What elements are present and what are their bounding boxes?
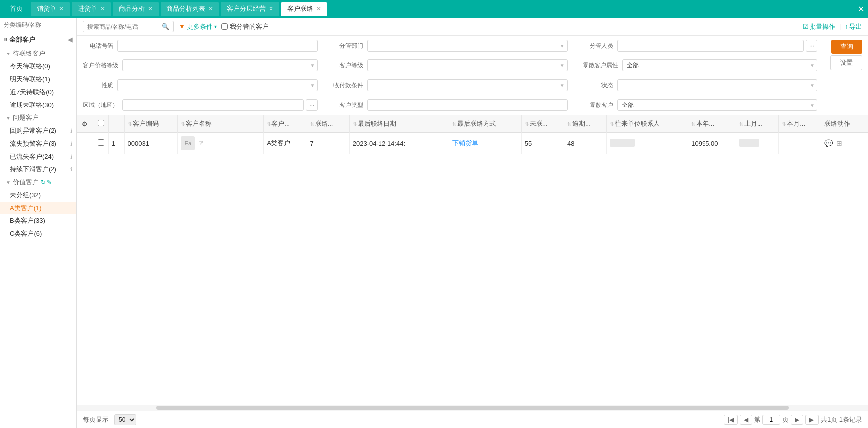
cell-last-method[interactable]: 下销货单 — [449, 133, 521, 154]
col-unit-contact[interactable]: ⇅ 往来单位联系人 — [607, 115, 688, 133]
collapse-icon[interactable]: ◀ — [68, 36, 72, 43]
sidebar-item-c-class[interactable]: C类客户(6) — [0, 227, 76, 240]
person-input[interactable] — [617, 40, 804, 52]
retail-attr-select[interactable]: 全部 — [622, 59, 817, 71]
all-customers-header[interactable]: ⠿ 全部客户 ◀ — [0, 32, 76, 47]
prev-page-btn[interactable]: ◀ — [740, 415, 752, 425]
value-customers-group[interactable]: ▼ 价值客户 ↻ ✎ — [0, 176, 76, 189]
per-page-select[interactable]: 50 — [114, 414, 136, 425]
query-button[interactable]: 查询 — [831, 40, 862, 54]
first-page-btn[interactable]: |◀ — [724, 415, 738, 425]
close-analysis-tab[interactable]: ✕ — [148, 5, 153, 12]
nav-tab-analysis[interactable]: 商品分析 ✕ — [113, 2, 159, 16]
last-page-btn[interactable]: ▶| — [805, 415, 819, 425]
nav-tab-home[interactable]: 首页 — [4, 2, 29, 16]
sort-icon-4: ⇅ — [310, 121, 314, 127]
nav-tab-sales[interactable]: 销货单 ✕ — [31, 2, 70, 16]
sidebar-search-input[interactable] — [4, 21, 77, 28]
sidebar-item-a-class[interactable]: A类客户(1) — [0, 202, 76, 214]
person-dots-btn[interactable]: ··· — [806, 40, 817, 52]
chat-icon[interactable]: 💬 — [824, 139, 833, 147]
filter-row-4: 区域（地区） ··· 客户类型 零散客户 — [83, 99, 817, 111]
settings-button[interactable]: 设置 — [830, 55, 862, 70]
close-analysis-list-tab[interactable]: ✕ — [208, 5, 213, 12]
close-purchase-tab[interactable]: ✕ — [100, 5, 105, 12]
region-dots-btn[interactable]: ··· — [306, 99, 318, 111]
my-customers-checkbox[interactable]: 我分管的客户 — [221, 22, 269, 31]
col-last-month[interactable]: ⇅ 上月... — [736, 115, 779, 133]
sidebar-item-abnormal-repurchase[interactable]: 回购异常客户(2) ℹ — [0, 124, 76, 137]
horizontal-scrollbar[interactable] — [77, 405, 868, 411]
payment-wrap: ▼ — [367, 79, 567, 91]
filter-search-icon[interactable]: 🔍 — [162, 23, 169, 30]
batch-ops-btn[interactable]: ☑ 批量操作 — [803, 22, 835, 31]
advanced-filter: 电话号码 分管部门 ▼ 分管人员 — [77, 36, 868, 115]
sidebar-item-ungroup[interactable]: 未分组(32) — [0, 189, 76, 202]
table-wrap[interactable]: ⚙ ⇅ 客户编码 — [77, 115, 868, 405]
page-input[interactable] — [762, 415, 780, 425]
cell-action: 💬 ⊞ — [821, 133, 868, 154]
retail-cust-select[interactable]: 全部 — [617, 99, 817, 111]
qr-icon[interactable]: ⊞ — [836, 139, 842, 147]
close-customer-seg-tab[interactable]: ✕ — [269, 5, 273, 12]
col-overdue[interactable]: ⇅ 逾期... — [564, 115, 606, 133]
sidebar: 🔍 ⠿ 全部客户 ◀ ▼ 待联络客户 今天待联络(0) 明天待联络(1) 近7天… — [0, 18, 77, 428]
col-contact-count[interactable]: ⇅ 联络... — [307, 115, 349, 133]
pending-contact-group[interactable]: ▼ 待联络客户 — [0, 47, 76, 60]
more-filter-btn[interactable]: ▼ 更多条件 ▾ — [179, 22, 217, 31]
filter-search-input[interactable] — [87, 23, 162, 30]
sidebar-item-tomorrow-contact[interactable]: 明天待联络(1) — [0, 73, 76, 86]
col-this-year[interactable]: ⇅ 本年... — [688, 115, 736, 133]
phone-input[interactable] — [117, 40, 318, 52]
status-select[interactable] — [617, 79, 817, 91]
filter-cell-dept: 分管部门 ▼ — [332, 40, 567, 52]
settings-icon[interactable]: ⚙ — [82, 120, 88, 128]
top-nav-close-icon[interactable]: ✕ — [858, 4, 864, 14]
cust-level-select[interactable] — [367, 59, 567, 71]
nav-tab-purchase[interactable]: 进货单 ✕ — [72, 2, 111, 16]
nav-tab-customer-contact[interactable]: 客户联络 ✕ — [281, 2, 327, 16]
edit-value-icon[interactable]: ✎ — [47, 179, 52, 186]
sidebar-item-declining[interactable]: 持续下滑客户(2) ℹ — [0, 163, 76, 176]
sidebar-item-overdue-contact[interactable]: 逾期未联络(30) — [0, 99, 76, 111]
sidebar-item-lost[interactable]: 已流失客户(24) ℹ — [0, 150, 76, 163]
col-settings[interactable]: ⚙ — [77, 115, 93, 133]
filter-search-box: 🔍 — [83, 21, 174, 32]
next-page-btn[interactable]: ▶ — [791, 415, 803, 425]
nature-select[interactable] — [117, 79, 318, 91]
sidebar-item-loss-warning[interactable]: 流失预警客户(3) ℹ — [0, 137, 76, 150]
col-this-month[interactable]: ⇅ 本月... — [779, 115, 821, 133]
col-last-contact-date[interactable]: ⇅ 最后联络日期 — [349, 115, 449, 133]
sidebar-item-7days-contact[interactable]: 近7天待联络(0) — [0, 86, 76, 99]
sort-icon-5: ⇅ — [353, 121, 357, 127]
filter-cell-nature: 性质 ▼ — [83, 79, 318, 91]
col-type[interactable]: ⇅ 客户... — [264, 115, 307, 133]
refresh-icon[interactable]: ↻ — [41, 179, 46, 186]
cust-type-input[interactable] — [367, 99, 567, 111]
dept-select[interactable] — [367, 40, 567, 52]
export-btn[interactable]: ↑ 导出 — [845, 22, 863, 31]
nav-tab-customer-seg[interactable]: 客户分层经营 ✕ — [221, 2, 279, 16]
cell-type: A类客户 — [264, 133, 307, 154]
problem-customers-group[interactable]: ▼ 问题客户 — [0, 111, 76, 124]
my-customers-check[interactable] — [221, 23, 228, 30]
col-name[interactable]: ⇅ 客户名称 — [178, 115, 264, 133]
cell-overdue: 48 — [564, 133, 606, 154]
col-no-contact[interactable]: ⇅ 未联... — [521, 115, 564, 133]
col-last-contact-method[interactable]: ⇅ 最后联络方式 — [449, 115, 521, 133]
payment-select[interactable] — [367, 79, 567, 91]
close-customer-contact-tab[interactable]: ✕ — [316, 5, 321, 12]
sidebar-item-today-contact[interactable]: 今天待联络(0) — [0, 60, 76, 73]
select-all-checkbox[interactable] — [98, 120, 104, 126]
filter-cell-retail-attr: 零散客户属性 全部 ▼ — [583, 59, 817, 71]
nav-tab-analysis-list[interactable]: 商品分析列表 ✕ — [161, 2, 219, 16]
price-level-select[interactable] — [122, 59, 318, 71]
region-input[interactable] — [122, 99, 304, 111]
info-icon-3: ℹ — [70, 154, 72, 160]
top-navigation: 首页 销货单 ✕ 进货单 ✕ 商品分析 ✕ 商品分析列表 ✕ 客户分层经营 ✕ … — [0, 0, 868, 18]
row-checkbox[interactable] — [98, 139, 104, 146]
close-sales-tab[interactable]: ✕ — [59, 5, 64, 12]
col-code[interactable]: ⇅ 客户编码 — [124, 115, 178, 133]
sidebar-item-b-class[interactable]: B类客户(33) — [0, 214, 76, 227]
export-icon: ↑ — [845, 23, 849, 30]
